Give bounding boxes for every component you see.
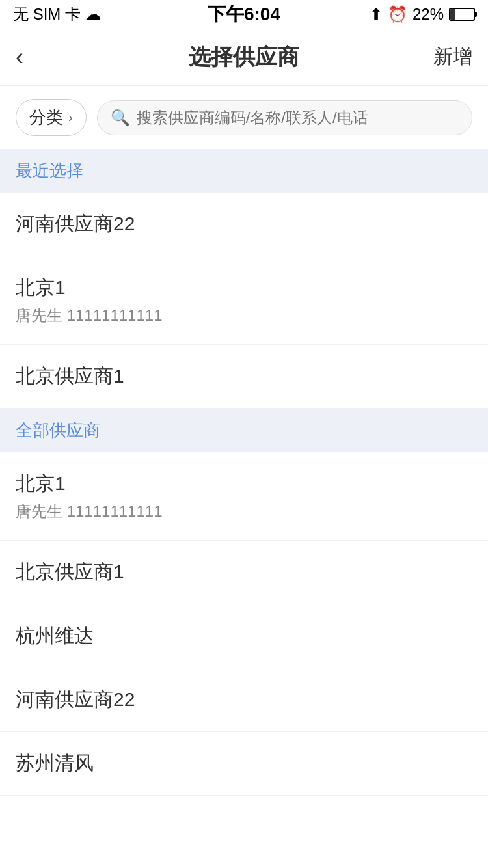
status-left: 无 SIM 卡 ☁	[13, 4, 101, 25]
back-button[interactable]: ‹	[16, 44, 55, 71]
all-section-header: 全部供应商	[0, 409, 488, 452]
list-item[interactable]: 北京供应商1	[0, 541, 488, 604]
item-name: 杭州维达	[16, 623, 472, 649]
alarm-icon: ⏰	[388, 5, 407, 23]
status-time: 下午6:04	[208, 2, 280, 27]
recent-section-header: 最近选择	[0, 149, 488, 193]
item-name: 北京1	[16, 470, 472, 497]
add-button[interactable]: 新增	[433, 44, 472, 70]
list-item[interactable]: 河南供应商22	[0, 193, 488, 256]
list-item[interactable]: 北京1唐先生 11111111111	[0, 256, 488, 345]
status-right: ⬆ ⏰ 22%	[370, 5, 475, 23]
list-item[interactable]: 杭州维达	[0, 604, 488, 668]
item-name: 苏州清风	[16, 750, 472, 777]
item-name: 河南供应商22	[16, 686, 472, 713]
chevron-right-icon: ›	[68, 110, 73, 125]
item-name: 北京供应商1	[16, 363, 472, 390]
list-item[interactable]: 北京1唐先生 11111111111	[0, 452, 488, 541]
list-item[interactable]: 河南供应商22	[0, 668, 488, 732]
all-list: 北京1唐先生 11111111111北京供应商1杭州维达河南供应商22苏州清风	[0, 452, 488, 796]
search-box[interactable]: 🔍	[97, 100, 472, 135]
item-detail: 唐先生 11111111111	[16, 305, 472, 326]
category-label: 分类	[29, 106, 63, 129]
list-item[interactable]: 苏州清风	[0, 732, 488, 796]
recent-list: 河南供应商22北京1唐先生 11111111111北京供应商1	[0, 193, 488, 409]
item-name: 北京供应商1	[16, 559, 472, 586]
page-title: 选择供应商	[189, 42, 299, 72]
item-name: 河南供应商22	[16, 211, 472, 237]
filter-bar: 分类 › 🔍	[0, 86, 488, 149]
item-detail: 唐先生 11111111111	[16, 501, 472, 522]
list-item[interactable]: 北京供应商1	[0, 345, 488, 409]
sim-label: 无 SIM 卡 ☁	[13, 4, 101, 25]
location-icon: ⬆	[370, 5, 383, 23]
category-filter-button[interactable]: 分类 ›	[16, 99, 87, 136]
search-input[interactable]	[137, 109, 459, 127]
search-icon: 🔍	[111, 109, 130, 127]
battery-icon	[449, 8, 475, 21]
nav-bar: ‹ 选择供应商 新增	[0, 29, 488, 86]
battery-percent: 22%	[413, 5, 444, 23]
status-bar: 无 SIM 卡 ☁ 下午6:04 ⬆ ⏰ 22%	[0, 0, 488, 29]
item-name: 北京1	[16, 275, 472, 301]
